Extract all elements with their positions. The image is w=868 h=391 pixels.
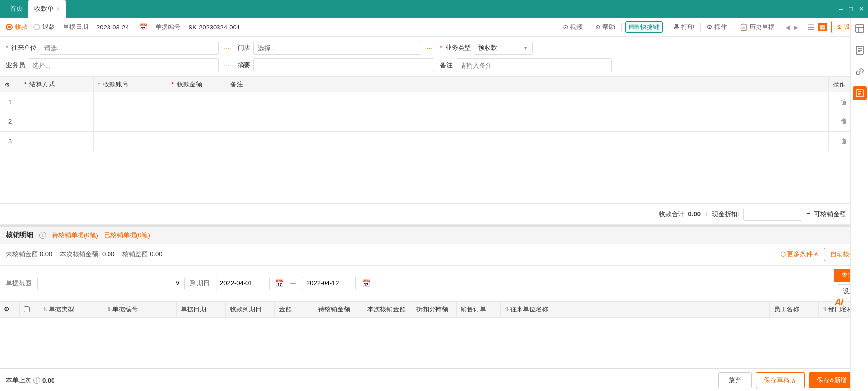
select-all-checkbox[interactable] xyxy=(24,306,30,312)
summary-input[interactable] xyxy=(253,58,434,72)
radio-shoukuan[interactable]: 收款 xyxy=(6,23,27,31)
sidebar-active-icon[interactable] xyxy=(853,86,867,100)
account-input-1[interactable] xyxy=(94,92,167,112)
help-btn[interactable]: ⊙ 帮助 xyxy=(593,22,617,32)
shortcut-icon: ⌨ xyxy=(629,23,639,31)
row-num-3: 3 xyxy=(0,132,20,151)
nav-tab-shoukuan[interactable]: 收款单 × xyxy=(28,0,66,18)
sort-icon: ⇅ xyxy=(107,307,111,312)
row-2-remarks[interactable] xyxy=(226,112,829,132)
video-btn[interactable]: ⊙ 视频 xyxy=(561,22,585,32)
date-end-input[interactable] xyxy=(302,277,356,290)
window-min-icon[interactable]: ─ xyxy=(839,5,843,13)
amount-input-1[interactable] xyxy=(167,92,226,112)
tab-done[interactable]: 已核销单据(0笔) xyxy=(104,231,150,240)
account-input-3[interactable] xyxy=(94,132,167,151)
shortcut-btn[interactable]: ⌨ 快捷键 xyxy=(625,21,663,33)
bottom-col-select-all[interactable] xyxy=(20,302,39,317)
date-start-input[interactable] xyxy=(216,277,270,290)
history-btn[interactable]: 📋 历史单据 xyxy=(737,22,777,32)
delete-icon-3[interactable]: 🗑 xyxy=(841,137,847,145)
more-conditions-btn[interactable]: ⬡ 更多条件 ∧ xyxy=(780,250,819,259)
counterpart-input[interactable] xyxy=(40,41,219,55)
remark-input[interactable] xyxy=(456,58,612,72)
row-3-amount[interactable] xyxy=(167,132,226,151)
section-info-icon[interactable]: i xyxy=(39,232,46,239)
discount-input[interactable] xyxy=(743,208,802,221)
toolbar-row: 收款 退款 单据日期 2023-03-24 📅 单据编号 SK-20230324… xyxy=(0,18,868,37)
print-btn[interactable]: 🖶 打印 xyxy=(671,22,696,32)
grid-view-icon[interactable]: ▦ xyxy=(818,23,827,31)
chevron-down-icon: ▼ xyxy=(523,45,528,51)
delete-icon-1[interactable]: 🗑 xyxy=(841,98,847,106)
stats-row: 未核销金额 0.00 本次核销金额: 0.00 核销差额 0.00 ⬡ 更多条件… xyxy=(0,244,868,265)
row-2-settlement[interactable] xyxy=(20,112,94,132)
sidebar-link-icon[interactable] xyxy=(853,65,867,79)
col-amount-header: * 收款金额 xyxy=(167,77,226,92)
store-input[interactable] xyxy=(253,41,421,55)
row-1-remarks[interactable] xyxy=(226,92,829,112)
remarks-input-3[interactable] xyxy=(226,132,828,151)
ops-btn[interactable]: ⚙ 操作 xyxy=(705,22,729,32)
row-1-amount[interactable] xyxy=(167,92,226,112)
window-close-icon[interactable]: ✕ xyxy=(859,5,864,13)
staff-more-icon[interactable]: ··· xyxy=(222,61,232,69)
abandon-button[interactable]: 放弃 xyxy=(718,372,752,388)
nav-next-icon[interactable]: ▶ xyxy=(794,24,799,31)
help-icon: ⊙ xyxy=(595,23,601,31)
row-3-account[interactable] xyxy=(94,132,167,151)
business-type-select[interactable]: 预收款 ▼ xyxy=(474,41,533,55)
amount-input-3[interactable] xyxy=(167,132,226,151)
delete-icon-2[interactable]: 🗑 xyxy=(841,117,847,126)
tab-pending[interactable]: 待核销单据(0笔) xyxy=(52,231,98,240)
account-input-2[interactable] xyxy=(94,112,167,131)
radio-tuikuan[interactable]: 退款 xyxy=(33,23,55,31)
form-area: * 往来单位 ··· 门店 ··· * 业务类型 预收款 ▼ xyxy=(0,37,868,77)
row-3-settlement[interactable] xyxy=(20,132,94,151)
row-1-settlement[interactable] xyxy=(20,92,94,112)
bottom-col-amount-header: 金额 xyxy=(275,302,314,317)
sort-icon: ⇅ xyxy=(823,307,827,312)
row-3-remarks[interactable] xyxy=(226,132,829,151)
settlement-input-1[interactable] xyxy=(20,92,93,112)
col-settings-header[interactable]: ⚙ xyxy=(0,77,20,92)
main-content: 收款 退款 单据日期 2023-03-24 📅 单据编号 SK-20230324… xyxy=(0,18,868,391)
remarks-input-1[interactable] xyxy=(226,92,828,112)
bottom-col-checkbox-header: ⚙ xyxy=(0,302,20,317)
current-stat: 本次核销金额: 0.00 xyxy=(60,250,114,259)
tab-close-icon[interactable]: × xyxy=(56,0,60,18)
sidebar-table-icon[interactable] xyxy=(853,22,867,35)
calendar-start-icon[interactable]: 📅 xyxy=(275,279,284,287)
save-draft-button[interactable]: 保存草稿 ∧ xyxy=(756,372,805,388)
staff-input[interactable] xyxy=(28,58,219,72)
settlement-input-3[interactable] xyxy=(20,132,93,151)
bottom-col-staff-header: 员工名称 xyxy=(770,302,819,317)
nav-prev-icon[interactable]: ◀ xyxy=(785,24,790,31)
row-2-amount[interactable] xyxy=(167,112,226,132)
row-1-account[interactable] xyxy=(94,92,167,112)
range-select[interactable]: ∨ xyxy=(37,277,185,290)
sidebar-doc-icon[interactable] xyxy=(853,43,867,57)
info-icon2[interactable]: i xyxy=(33,377,40,384)
bottom-col-type-header: ⇅ 单据类型 xyxy=(39,302,103,317)
summary-row: 收款合计 0.00 + 现金折扣: = 可核销金额 0.00 xyxy=(0,203,868,224)
list-view-icon[interactable]: ☰ xyxy=(807,23,814,32)
calendar-icon[interactable]: 📅 xyxy=(139,23,147,31)
remarks-input-2[interactable] xyxy=(226,112,828,131)
settings-col-icon[interactable]: ⚙ xyxy=(4,306,10,313)
row-2-account[interactable] xyxy=(94,112,167,132)
amount-input-2[interactable] xyxy=(167,112,226,131)
store-more-icon[interactable]: ··· xyxy=(424,44,434,52)
calendar-end-icon[interactable]: 📅 xyxy=(362,279,370,287)
settlement-input-2[interactable] xyxy=(20,112,93,131)
window-max-icon[interactable]: □ xyxy=(849,5,853,13)
bottom-section: 未核销金额 0.00 本次核销金额: 0.00 核销差额 0.00 ⬡ 更多条件… xyxy=(0,244,868,391)
bottom-col-due-date-header: 收款到期日 xyxy=(226,302,275,317)
table-row: 1 🗑 ⧉ xyxy=(0,92,868,112)
bottom-col-sales-header: 销售订单 xyxy=(457,302,501,317)
remark-field: 备注 xyxy=(440,58,612,72)
unchecked-stat: 未核销金额 0.00 xyxy=(6,250,52,259)
counterpart-more-icon[interactable]: ··· xyxy=(222,44,232,52)
bottom-col-current-header: 本次核销金额 xyxy=(363,302,412,317)
nav-home[interactable]: 首页 xyxy=(4,0,28,18)
